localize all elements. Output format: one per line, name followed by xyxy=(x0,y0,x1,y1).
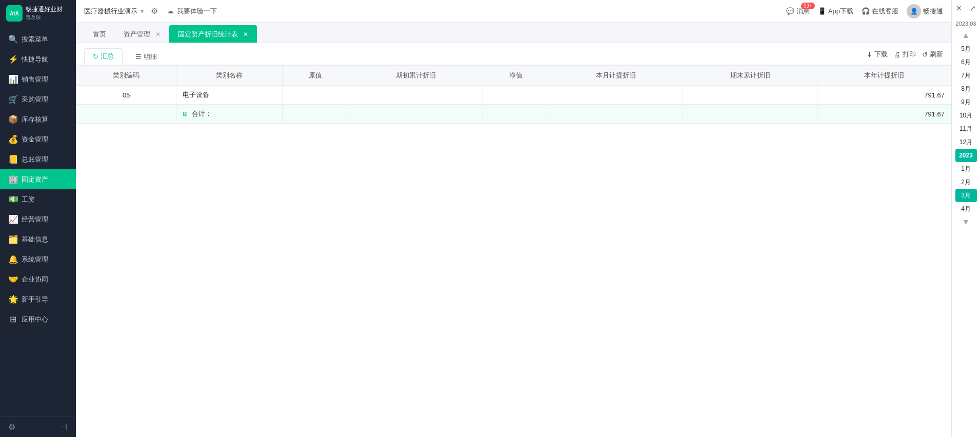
cell-initial-accum xyxy=(349,86,483,105)
month-11[interactable]: 11月 xyxy=(955,122,977,135)
mobile-icon: 📱 xyxy=(818,7,826,15)
main-area: 医疗器械行业演示 ▾ ⚙ ☁ 我要体验一下 💬 消息 99+ 📱 App下载 🎧… xyxy=(76,0,951,437)
notifications-button[interactable]: 💬 消息 99+ xyxy=(786,7,810,16)
print-button[interactable]: 🖨 打印 xyxy=(894,50,916,59)
cell-original xyxy=(283,86,349,105)
sidebar-item-fixed-assets[interactable]: 🏢 固定资产 xyxy=(0,169,76,189)
tabbar: 首页 资产管理 ✕ 固定资产折旧统计表 ✕ xyxy=(76,23,951,43)
subtab-detail[interactable]: ☰ 明细 xyxy=(127,48,166,65)
sidebar-logo: AtA 畅捷通好业财 普及版 xyxy=(0,0,76,27)
sidebar-item-payroll[interactable]: 💵 工资 xyxy=(0,189,76,209)
subtab-summary[interactable]: ↻ 汇总 xyxy=(84,48,123,65)
collapse-icon[interactable]: ⊣ xyxy=(61,422,68,432)
toolbar-actions: ⬇ 下载 🖨 打印 ↺ 刷新 xyxy=(867,50,943,63)
sidebar-item-base-info[interactable]: 🗂️ 基础信息 xyxy=(0,229,76,249)
month-4[interactable]: 4月 xyxy=(955,202,977,215)
sidebar-item-search[interactable]: 🔍 搜索菜单 xyxy=(0,29,76,49)
month-3-active[interactable]: 3月 xyxy=(955,189,977,202)
summary-row: ⊞ 合计： 791.67 xyxy=(76,105,951,124)
grid-icon: ⊞ xyxy=(8,314,17,324)
month-7[interactable]: 7月 xyxy=(955,69,977,82)
money-icon: 💰 xyxy=(8,134,17,144)
tab-home[interactable]: 首页 xyxy=(84,25,115,43)
month-10[interactable]: 10月 xyxy=(955,109,977,122)
search-icon: 🔍 xyxy=(8,34,17,44)
scroll-down-button[interactable]: ▼ xyxy=(960,215,972,229)
right-panel-close-icon[interactable]: ✕ xyxy=(956,4,962,12)
experience-button[interactable]: ☁ 我要体验一下 xyxy=(167,7,217,16)
download-button[interactable]: ⬇ 下载 xyxy=(867,50,888,59)
headset-icon: 🎧 xyxy=(862,7,870,15)
box-icon: 📦 xyxy=(8,114,17,124)
cell-code: 05 xyxy=(76,86,176,105)
sidebar-item-cooperation[interactable]: 🤝 企业协同 xyxy=(0,269,76,289)
logo-edition: 普及版 xyxy=(26,14,63,21)
month-2[interactable]: 2月 xyxy=(955,175,977,189)
right-panel: ✕ ⤢ 2023.03 ▲ 5月 6月 7月 8月 9月 10月 11月 12月… xyxy=(951,0,980,437)
summary-net-value xyxy=(483,105,549,124)
avatar: 👤 xyxy=(907,4,921,18)
message-icon: 💬 xyxy=(786,7,794,15)
month-list: 5月 6月 7月 8月 9月 10月 11月 12月 2023 1月 2月 3月… xyxy=(952,42,980,215)
summary-monthly-dep xyxy=(549,105,683,124)
year-2023-label[interactable]: 2023 xyxy=(955,149,977,162)
right-panel-expand-icon[interactable]: ⤢ xyxy=(970,4,976,12)
folder-icon: 🗂️ xyxy=(8,234,17,244)
print-icon: 🖨 xyxy=(894,51,901,58)
sidebar-item-ledger[interactable]: 📒 总账管理 xyxy=(0,149,76,169)
book-icon: 📒 xyxy=(8,154,17,164)
cloud-icon: ☁ xyxy=(167,7,174,15)
sidebar-item-capital[interactable]: 💰 资金管理 xyxy=(0,129,76,149)
table-header-row: 类别编码 类别名称 原值 期初累计折旧 净值 本月计提折旧 期末累计折旧 本年计… xyxy=(76,66,951,86)
sidebar-nav: 🔍 搜索菜单 ⚡ 快捷导航 📊 销售管理 🛒 采购管理 📦 库存核算 💰 资金管… xyxy=(0,27,76,416)
logo-icon: AtA xyxy=(6,5,23,22)
scroll-up-button[interactable]: ▲ xyxy=(960,29,972,42)
list-icon: ☰ xyxy=(135,53,142,61)
online-service-button[interactable]: 🎧 在线客服 xyxy=(862,7,898,16)
topbar-right: 💬 消息 99+ 📱 App下载 🎧 在线客服 👤 畅捷通 xyxy=(786,4,943,18)
col-original: 原值 xyxy=(283,66,349,86)
summary-annual-dep: 791.67 xyxy=(817,105,951,124)
refresh-button[interactable]: ↺ 刷新 xyxy=(922,50,943,59)
sidebar-item-system[interactable]: 🔔 系统管理 xyxy=(0,249,76,269)
trend-icon: 📈 xyxy=(8,214,17,224)
logo-text: 畅捷通好业财 xyxy=(26,6,63,14)
refresh-icon: ↺ xyxy=(922,51,928,58)
topbar: 医疗器械行业演示 ▾ ⚙ ☁ 我要体验一下 💬 消息 99+ 📱 App下载 🎧… xyxy=(76,0,951,23)
month-6[interactable]: 6月 xyxy=(955,55,977,69)
table-wrap: 类别编码 类别名称 原值 期初累计折旧 净值 本月计提折旧 期末累计折旧 本年计… xyxy=(76,65,951,437)
subtabs: ↻ 汇总 ☰ 明细 xyxy=(84,48,166,65)
sidebar-item-quick-nav[interactable]: ⚡ 快捷导航 xyxy=(0,49,76,69)
notification-badge: 99+ xyxy=(801,3,815,9)
month-9[interactable]: 9月 xyxy=(955,95,977,109)
month-8[interactable]: 8月 xyxy=(955,82,977,95)
sidebar-item-purchase[interactable]: 🛒 采购管理 xyxy=(0,89,76,109)
col-monthly-dep: 本月计提折旧 xyxy=(549,66,683,86)
month-12[interactable]: 12月 xyxy=(955,135,977,149)
col-initial-accum: 期初累计折旧 xyxy=(349,66,483,86)
month-5[interactable]: 5月 xyxy=(955,42,977,55)
sidebar-item-app-center[interactable]: ⊞ 应用中心 xyxy=(0,309,76,329)
cell-net-value xyxy=(483,86,549,105)
company-settings-icon[interactable]: ⚙ xyxy=(151,6,158,16)
col-net-value: 净值 xyxy=(483,66,549,86)
sidebar-item-operations[interactable]: 📈 经营管理 xyxy=(0,209,76,229)
month-1[interactable]: 1月 xyxy=(955,162,977,175)
cell-name: 电子设备 xyxy=(176,86,283,105)
sidebar-item-sales[interactable]: 📊 销售管理 xyxy=(0,69,76,89)
tab-depreciation-report-close[interactable]: ✕ xyxy=(243,31,248,38)
sidebar-item-inventory[interactable]: 📦 库存核算 xyxy=(0,109,76,129)
summary-period-end xyxy=(683,105,817,124)
tab-depreciation-report[interactable]: 固定资产折旧统计表 ✕ xyxy=(169,25,257,43)
company-selector[interactable]: 医疗器械行业演示 ▾ xyxy=(84,7,144,16)
page-content: ↻ 汇总 ☰ 明细 ⬇ 下载 🖨 打印 ↺ 刷 xyxy=(76,43,951,437)
table-row: 05 电子设备 791.67 xyxy=(76,86,951,105)
user-menu[interactable]: 👤 畅捷通 xyxy=(907,4,943,18)
settings-bottom-icon[interactable]: ⚙ xyxy=(8,422,15,432)
col-name: 类别名称 xyxy=(176,66,283,86)
tab-asset-manage[interactable]: 资产管理 ✕ xyxy=(115,25,169,43)
tab-asset-manage-close[interactable]: ✕ xyxy=(155,31,161,38)
refresh-circle-icon: ↻ xyxy=(93,53,98,61)
sidebar-item-guide[interactable]: 🌟 新手引导 xyxy=(0,289,76,309)
app-download-button[interactable]: 📱 App下载 xyxy=(818,7,853,16)
